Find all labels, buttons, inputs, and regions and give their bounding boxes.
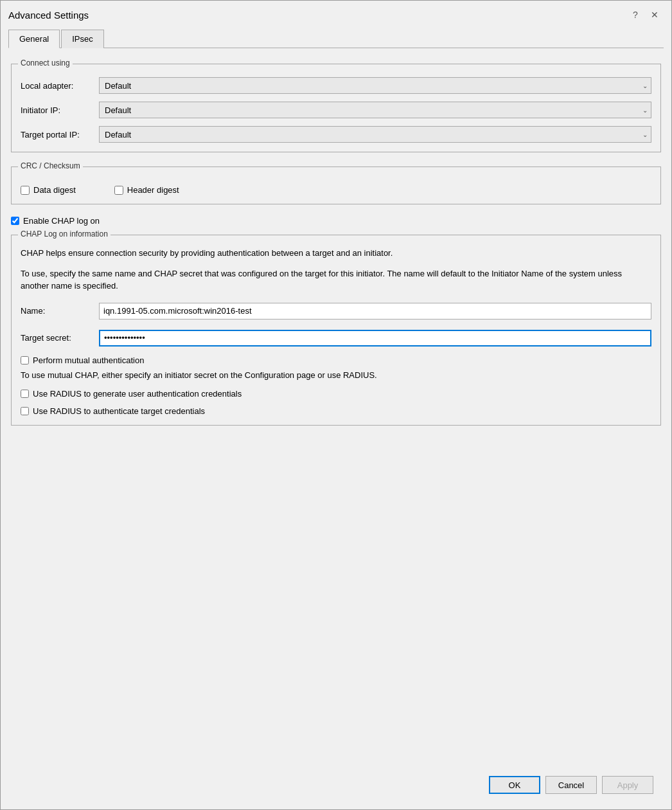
chap-name-input[interactable]	[99, 303, 651, 320]
tab-ipsec[interactable]: IPsec	[61, 30, 104, 48]
dialog-body: General IPsec Connect using Local adapte…	[1, 26, 671, 809]
mutual-auth-description: To use mutual CHAP, either specify an in…	[21, 369, 651, 382]
header-digest-label: Header digest	[127, 185, 179, 195]
chap-name-label: Name:	[21, 306, 91, 316]
chap-logon-group: CHAP Log on information CHAP helps ensur…	[11, 235, 661, 426]
mutual-auth-row: Perform mutual authentication	[21, 356, 651, 365]
data-digest-row: Data digest	[21, 185, 76, 195]
local-adapter-row: Local adapter: Default ⌄	[21, 77, 651, 94]
close-button[interactable]: ✕	[646, 6, 664, 24]
enable-chap-checkbox[interactable]	[11, 217, 19, 225]
apply-button[interactable]: Apply	[602, 776, 653, 794]
initiator-ip-row: Initiator IP: Default ⌄	[21, 102, 651, 118]
mutual-auth-checkbox[interactable]	[21, 356, 29, 364]
enable-chap-label: Enable CHAP log on	[23, 216, 100, 226]
mutual-auth-label: Perform mutual authentication	[33, 356, 144, 365]
chap-description-2: To use, specify the same name and CHAP s…	[21, 267, 651, 292]
header-digest-row: Header digest	[114, 185, 179, 195]
initiator-ip-select[interactable]: Default	[99, 102, 651, 118]
crc-checksum-group: CRC / Checksum Data digest Header digest	[11, 166, 661, 204]
header-digest-checkbox[interactable]	[114, 186, 123, 195]
enable-chap-row: Enable CHAP log on	[11, 216, 661, 226]
radius-generate-checkbox[interactable]	[21, 390, 29, 398]
crc-row: Data digest Header digest	[21, 179, 651, 195]
ok-button[interactable]: OK	[489, 776, 540, 794]
target-secret-input[interactable]	[99, 330, 651, 346]
data-digest-label: Data digest	[33, 185, 76, 195]
radius-generate-label: Use RADIUS to generate user authenticati…	[33, 389, 242, 399]
connect-using-legend: Connect using	[18, 59, 73, 68]
chap-description-1: CHAP helps ensure connection security by…	[21, 247, 651, 260]
target-secret-label: Target secret:	[21, 333, 91, 343]
target-portal-ip-select[interactable]: Default	[99, 126, 651, 143]
initiator-ip-label: Initiator IP:	[21, 105, 91, 115]
data-digest-checkbox[interactable]	[21, 186, 30, 195]
target-portal-ip-row: Target portal IP: Default ⌄	[21, 126, 651, 143]
title-bar: Advanced Settings ? ✕	[1, 1, 671, 26]
target-portal-ip-label: Target portal IP:	[21, 130, 91, 140]
chap-name-row: Name:	[21, 303, 651, 320]
advanced-settings-dialog: Advanced Settings ? ✕ General IPsec Conn…	[0, 0, 672, 810]
radius-generate-row: Use RADIUS to generate user authenticati…	[21, 389, 651, 399]
title-bar-left: Advanced Settings	[8, 10, 89, 21]
chap-legend: CHAP Log on information	[18, 230, 111, 239]
local-adapter-select[interactable]: Default	[99, 77, 651, 94]
tab-general[interactable]: General	[8, 30, 60, 48]
radius-authenticate-checkbox[interactable]	[21, 407, 29, 415]
local-adapter-label: Local adapter:	[21, 81, 91, 91]
target-secret-row: Target secret:	[21, 330, 651, 346]
crc-legend: CRC / Checksum	[18, 161, 83, 170]
dialog-footer: OK Cancel Apply	[8, 768, 664, 802]
tabs-container: General IPsec	[8, 26, 664, 48]
target-portal-ip-select-wrapper: Default ⌄	[99, 126, 651, 143]
tab-content-general: Connect using Local adapter: Default ⌄ I…	[8, 48, 664, 768]
connect-using-group: Connect using Local adapter: Default ⌄ I…	[11, 64, 661, 152]
radius-authenticate-label: Use RADIUS to authenticate target creden…	[33, 406, 205, 416]
cancel-button[interactable]: Cancel	[545, 776, 597, 794]
title-bar-right: ? ✕	[626, 6, 664, 24]
radius-authenticate-row: Use RADIUS to authenticate target creden…	[21, 406, 651, 416]
dialog-title: Advanced Settings	[8, 10, 89, 21]
help-button[interactable]: ?	[626, 6, 644, 24]
initiator-ip-select-wrapper: Default ⌄	[99, 102, 651, 118]
local-adapter-select-wrapper: Default ⌄	[99, 77, 651, 94]
